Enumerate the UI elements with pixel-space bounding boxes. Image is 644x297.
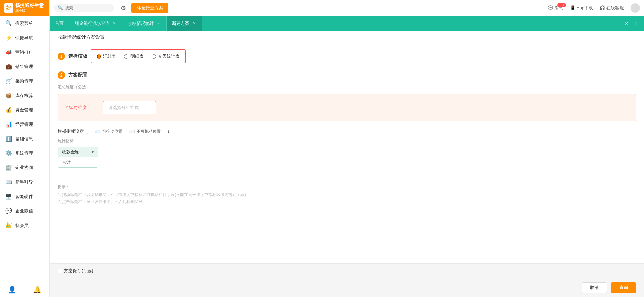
notification-item[interactable]: 💬 消息 99+	[548, 5, 563, 11]
dimension-select[interactable]: 请选择分组维度	[103, 101, 156, 114]
tab-new-plan[interactable]: 新建方案 ×	[167, 16, 202, 31]
template-cross[interactable]: 交叉统计表	[152, 53, 180, 59]
sidebar-item-enterprise[interactable]: 🏢 企业协同	[0, 160, 49, 175]
template-detail-label: 明细表	[130, 53, 144, 59]
legend-fixed-label: 不可拖动位置	[137, 129, 161, 134]
header-right: 💬 消息 99+ 📱 App下载 🎧 在线客服	[548, 3, 640, 13]
step2-title: 方案配置	[68, 72, 87, 78]
download-label: App下载	[577, 5, 593, 11]
tips-title: 提示：	[58, 184, 636, 190]
sidebar-item-quick-nav[interactable]: ⚡ 快捷导航	[0, 31, 49, 45]
tab-payment-stats-label: 收款情况统计	[128, 20, 154, 27]
sidebar-bottom: 👤 🔔	[0, 282, 49, 297]
template-summary[interactable]: 汇总表	[97, 53, 116, 59]
template-cross-radio[interactable]	[152, 54, 156, 59]
trial-btn[interactable]: 体验行业方案	[131, 3, 168, 13]
download-item[interactable]: 📱 App下载	[570, 5, 593, 11]
step1-badge: 1	[58, 53, 65, 60]
sidebar-bottom-icon-1[interactable]: 👤	[8, 286, 16, 294]
logo-text: 畅捷通好生意 标准版	[15, 3, 44, 13]
dimension-area: * 纵向维度 — 请选择分组维度	[58, 94, 636, 121]
app-name: 畅捷通好生意	[15, 3, 44, 9]
sidebar-item-guide[interactable]: 📖 新手引导	[0, 175, 49, 189]
save-plan-row: 方案保存(可选)	[58, 268, 636, 274]
indicator-header-row[interactable]: 收款金额 ▾	[58, 147, 98, 157]
tab-bar: 首页 现金银行流水查询 × 收款情况统计 × 新建方案 × ✕ ⤢	[50, 16, 644, 31]
cancel-button[interactable]: 取消	[582, 282, 607, 293]
action-bar: 取消 查询	[50, 278, 644, 297]
sidebar-item-purchase-label: 采购管理	[15, 78, 33, 84]
vertical-dimension-label: * 纵向维度	[66, 105, 87, 111]
sidebar-item-sales[interactable]: 💼 销售管理	[0, 59, 49, 74]
tab-home[interactable]: 首页	[50, 16, 69, 31]
basic-info-icon: ℹ️	[5, 136, 12, 142]
sidebar: 好 畅捷通好生意 标准版 🔍 搜索菜单 ⚡ 快捷导航 📣 营销推广 💼 销售管理…	[0, 0, 50, 297]
purchase-icon: 🛒	[5, 78, 12, 84]
tab-new-plan-close[interactable]: ×	[192, 20, 197, 27]
search-input[interactable]	[65, 6, 105, 10]
avatar[interactable]	[631, 3, 640, 13]
tab-new-plan-label: 新建方案	[172, 20, 190, 27]
close-window-btn[interactable]: ✕	[623, 19, 631, 28]
legend-draggable: 可拖动位置	[95, 129, 122, 134]
sidebar-item-hardware[interactable]: 🖥️ 智能硬件	[0, 189, 49, 204]
sidebar-item-purchase[interactable]: 🛒 采购管理	[0, 74, 49, 88]
sidebar-item-management-label: 经营管理	[15, 121, 33, 128]
settings-icon[interactable]: ⚙	[121, 4, 126, 12]
sidebar-item-sales-label: 销售管理	[15, 64, 33, 70]
marketing-icon: 📣	[5, 49, 12, 55]
sidebar-item-hardware-label: 智能硬件	[15, 194, 33, 200]
sidebar-bottom-icon-2[interactable]: 🔔	[33, 286, 41, 294]
tab-cashflow[interactable]: 现金银行流水查询 ×	[69, 16, 122, 31]
service-icon: 🎧	[600, 5, 605, 10]
sidebar-item-wechat[interactable]: 💬 企业微信	[0, 204, 49, 218]
system-icon: ⚙️	[5, 150, 12, 156]
indicator-settings-text: 模板指标设定（	[58, 128, 88, 134]
sidebar-item-management[interactable]: 📊 经营管理	[0, 117, 49, 132]
app-version: 标准版	[15, 9, 44, 13]
legend-draggable-label: 可拖动位置	[102, 129, 122, 134]
template-detail-radio[interactable]	[124, 54, 128, 59]
header-search-box[interactable]: 🔍	[54, 4, 114, 12]
guide-icon: 📖	[5, 179, 12, 185]
sidebar-item-inventory-label: 库存核算	[15, 93, 33, 99]
logo-icon: 好	[4, 3, 13, 13]
search-icon: 🔍	[58, 5, 63, 10]
tip-item-1: 1. 拖动标题栏可以调整布局，不可跨维度或指标区域拖动栏目字段(只能在同一维度或…	[58, 192, 636, 198]
step2-badge: 2	[58, 71, 65, 79]
save-plan-checkbox[interactable]	[58, 269, 62, 273]
sidebar-item-finance[interactable]: 💰 资金管理	[0, 103, 49, 117]
sidebar-item-basic-info-label: 基础信息	[15, 136, 33, 142]
sidebar-item-search[interactable]: 🔍 搜索菜单	[0, 16, 49, 31]
indicator-cell-total: 合计	[58, 157, 98, 167]
dimension-label-text: 汇总维度（必选）	[58, 85, 90, 89]
window-controls: ✕ ⤢	[619, 16, 644, 31]
template-summary-radio[interactable]	[97, 54, 101, 59]
sidebar-item-basic-info[interactable]: ℹ️ 基础信息	[0, 132, 49, 146]
tab-payment-stats[interactable]: 收款情况统计 ×	[122, 16, 167, 31]
service-item[interactable]: 🎧 在线客服	[600, 5, 624, 11]
sidebar-item-inventory[interactable]: 📦 库存核算	[0, 88, 49, 103]
tab-payment-stats-close[interactable]: ×	[156, 20, 161, 27]
query-button[interactable]: 查询	[611, 282, 636, 293]
sidebar-item-system-label: 系统管理	[15, 150, 33, 156]
save-plan-label: 方案保存(可选)	[64, 268, 93, 274]
content-area: 收款情况统计方案设置 1 选择模板 汇总表 明细表	[50, 31, 644, 278]
maximize-window-btn[interactable]: ⤢	[632, 19, 640, 28]
form-content: 1 选择模板 汇总表 明细表 交叉统计表	[50, 44, 644, 263]
sidebar-item-member[interactable]: 👑 畅会员	[0, 218, 49, 233]
indicator-table: 收款金额 ▾ 合计	[58, 147, 98, 168]
indicator-title: 统计指标	[58, 138, 636, 144]
draggable-indicator	[95, 130, 100, 133]
template-options: 汇总表 明细表 交叉统计表	[91, 49, 186, 63]
sidebar-item-marketing[interactable]: 📣 营销推广	[0, 45, 49, 59]
download-icon: 📱	[570, 5, 575, 10]
page-footer: 方案保存(可选)	[50, 263, 644, 278]
sidebar-item-member-label: 畅会员	[15, 222, 29, 229]
template-detail[interactable]: 明细表	[124, 53, 144, 59]
sidebar-item-system[interactable]: ⚙️ 系统管理	[0, 146, 49, 160]
indicator-column-name: 收款金额	[62, 149, 79, 155]
tip-item-2: 2. 点击标题栏下拉可设置排序、插入列和删除列	[58, 199, 636, 205]
tab-home-label: 首页	[55, 20, 64, 27]
tab-cashflow-close[interactable]: ×	[112, 20, 117, 27]
